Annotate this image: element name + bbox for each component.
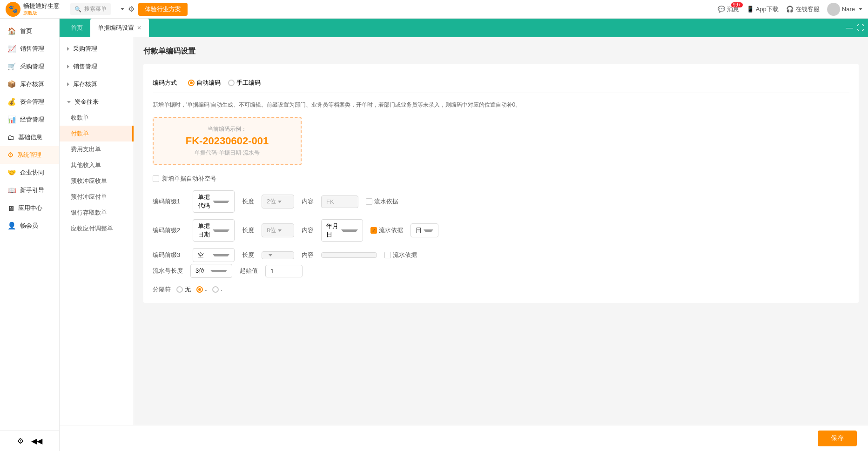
subnav-item-adjust[interactable]: 应收应付调整单 — [60, 221, 134, 236]
prefix2-content-label: 内容 — [302, 226, 314, 235]
radio-auto[interactable]: 自动编码 — [188, 79, 221, 87]
prefix3-len-label: 长度 — [242, 251, 254, 259]
hint-text: 新增单据时，'单据编码'自动生成、不可编辑。前缀设置为部门、业务员等档案类，开单… — [153, 101, 849, 109]
sidebar-item-label: 首页 — [20, 27, 32, 35]
prefix1-stream-label: 流水依据 — [374, 197, 398, 206]
username: Nare — [842, 6, 855, 13]
sep-none[interactable]: 无 — [176, 285, 191, 294]
encoding-method-row: 编码方式 自动编码 手工编码 — [153, 73, 849, 93]
subnav-group-purchase-label: 采购管理 — [73, 45, 97, 53]
prefix2-date-unit-select[interactable]: 日 — [410, 223, 438, 237]
search-box[interactable]: 🔍 搜索菜单 — [70, 3, 111, 15]
subnav-item-receipt[interactable]: 收款单 — [60, 110, 134, 126]
sidebar-item-purchase[interactable]: 🛒 采购管理 — [0, 58, 59, 75]
serial-start-input[interactable] — [265, 265, 303, 277]
sidebar-item-member[interactable]: 👤 畅会员 — [0, 217, 59, 235]
tab-close-icon[interactable]: ✕ — [137, 25, 141, 31]
radio-manual-label: 手工编码 — [236, 79, 261, 87]
sidebar-item-collab[interactable]: 🤝 企业协同 — [0, 164, 59, 182]
prefix3-select[interactable]: 空 — [193, 248, 235, 262]
tab-home[interactable]: 首页 — [63, 19, 90, 37]
subnav-group-fund-title[interactable]: 资金往来 — [60, 94, 134, 110]
sidebar-item-label: 系统管理 — [17, 151, 41, 159]
serial-len-value: 3位 — [195, 267, 209, 275]
sales-icon: 📈 — [7, 45, 16, 53]
prefix3-label: 编码前缀3 — [153, 251, 185, 259]
tab-encoding[interactable]: 单据编码设置 ✕ — [90, 19, 149, 37]
prefix3-len-select[interactable] — [262, 251, 294, 259]
appcenter-icon: 🖥 — [7, 204, 14, 212]
prefix2-content-value: 年月日 — [326, 222, 339, 239]
tabbar: 首页 单据编码设置 ✕ — ⛶ — [60, 19, 868, 37]
radio-manual[interactable]: 手工编码 — [228, 79, 261, 87]
sidebar-item-home[interactable]: 🏠 首页 — [0, 22, 59, 40]
save-button[interactable]: 保存 — [818, 431, 857, 446]
prefix2-stream-check[interactable]: ✓ 流水依据 — [370, 226, 403, 235]
select-arrow-icon — [213, 254, 229, 256]
subnav-group-sales-title[interactable]: 销售管理 — [60, 59, 134, 74]
subnav-item-expense[interactable]: 费用支出单 — [60, 141, 134, 157]
search-icon: 🔍 — [74, 6, 81, 13]
tabbar-minimize-icon[interactable]: — — [846, 24, 853, 32]
tabbar-maximize-icon[interactable]: ⛶ — [857, 24, 864, 32]
sidebar-item-label: 企业协同 — [20, 168, 44, 177]
subnav-item-payment[interactable]: 付款单 — [60, 126, 134, 141]
select-arrow-icon — [210, 270, 227, 272]
sep-dot-label: - — [205, 286, 207, 293]
sidebar-item-basic[interactable]: 🗂 基础信息 — [0, 128, 59, 146]
separator-row: 分隔符 无 - · — [153, 285, 849, 294]
auto-fill-checkbox[interactable] — [153, 175, 159, 182]
prefix2-len-value: 8位 — [267, 226, 276, 235]
prefix1-select[interactable]: 单据代码 — [193, 190, 235, 213]
sep-dot2[interactable]: · — [212, 286, 222, 293]
settings-icon[interactable]: ⚙ — [128, 5, 135, 13]
prefix1-len-value: 2位 — [267, 197, 276, 206]
sidebar-item-system[interactable]: ⚙ 系统管理 — [0, 146, 59, 164]
subnav-item-prepay-ar[interactable]: 预收冲应收单 — [60, 173, 134, 189]
prefix2-select[interactable]: 单据日期 — [193, 219, 235, 242]
app-download-button[interactable]: 📱 App下载 — [747, 5, 779, 13]
sidebar-collapse-icon[interactable]: ◀◀ — [31, 437, 42, 445]
sidebar-settings-icon[interactable]: ⚙ — [17, 437, 24, 445]
prefix2-value: 单据日期 — [198, 222, 211, 239]
subnav-item-bank[interactable]: 银行存取款单 — [60, 205, 134, 221]
select-arrow-icon — [213, 229, 229, 232]
message-button[interactable]: 💬 消息 99+ — [718, 5, 739, 13]
topbar-right: 💬 消息 99+ 📱 App下载 🎧 在线客服 Nare — [718, 3, 862, 16]
sidebar-item-label: 经营管理 — [20, 115, 44, 124]
prefix2-stream-checkbox: ✓ — [370, 227, 377, 234]
logo-icon: 🐾 — [6, 2, 20, 17]
subnav-item-other-income[interactable]: 其他收入单 — [60, 157, 134, 173]
radio-manual-circle — [228, 80, 235, 86]
setting-card: 编码方式 自动编码 手工编码 — [143, 64, 859, 303]
online-service-button[interactable]: 🎧 在线客服 — [786, 5, 820, 13]
prefix1-stream-check[interactable]: 流水依据 — [366, 197, 398, 206]
prefix2-content-select[interactable]: 年月日 — [321, 219, 363, 242]
sidebar-item-operations[interactable]: 📊 经营管理 — [0, 111, 59, 128]
subnav-item-prepay-ap[interactable]: 预付冲应付单 — [60, 189, 134, 205]
user-menu[interactable]: Nare — [827, 3, 862, 16]
sidebar-item-guide[interactable]: 📖 新手引导 — [0, 182, 59, 199]
sidebar-item-appcenter[interactable]: 🖥 应用中心 — [0, 199, 59, 217]
prefix2-row: 编码前缀2 单据日期 长度 8位 内容 — [153, 219, 849, 242]
main-layout: 🏠 首页 📈 销售管理 🛒 采购管理 📦 库存核算 💰 资金管理 📊 经 — [0, 19, 868, 451]
tab-encoding-label: 单据编码设置 — [98, 24, 134, 32]
sidebar-item-sales[interactable]: 📈 销售管理 — [0, 40, 59, 58]
prefix1-stream-checkbox — [366, 198, 372, 205]
inventory-icon: 📦 — [7, 80, 16, 88]
prefix2-len-select[interactable]: 8位 — [262, 223, 294, 237]
prefix3-stream-check[interactable]: 流水依据 — [384, 251, 417, 259]
serial-len-select[interactable]: 3位 — [190, 264, 232, 278]
select-arrow-icon — [278, 201, 282, 203]
prefix1-len-label: 长度 — [242, 197, 254, 206]
trial-button[interactable]: 体验行业方案 — [138, 3, 188, 16]
sep-dot[interactable]: - — [196, 286, 207, 293]
prefix1-len-select[interactable]: 2位 — [262, 195, 294, 209]
prefix2-stream-label: 流水依据 — [379, 226, 403, 235]
chevron-down-icon[interactable] — [121, 8, 124, 10]
member-icon: 👤 — [7, 222, 16, 230]
sidebar-item-finance[interactable]: 💰 资金管理 — [0, 93, 59, 111]
subnav-group-purchase-title[interactable]: 采购管理 — [60, 41, 134, 57]
subnav-group-inventory-title[interactable]: 库存核算 — [60, 76, 134, 92]
sidebar-item-inventory[interactable]: 📦 库存核算 — [0, 75, 59, 93]
